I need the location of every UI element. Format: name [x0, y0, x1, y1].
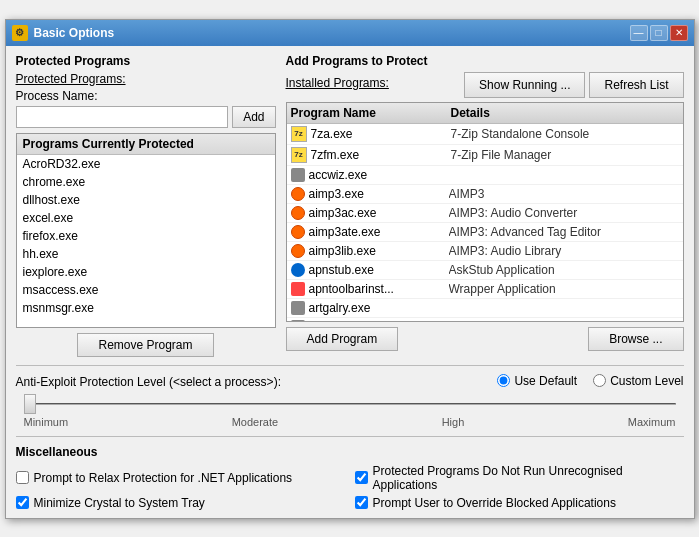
program-icon: [291, 282, 305, 296]
close-button[interactable]: ✕: [670, 25, 688, 41]
list-column-headers: Program Name Details: [287, 103, 683, 124]
program-details: 7-Zip File Manager: [451, 148, 679, 162]
misc-label-4: Prompt User to Override Blocked Applicat…: [373, 496, 616, 510]
list-item[interactable]: iexplore.exe: [17, 263, 275, 281]
misc-checkbox-4[interactable]: [355, 496, 368, 509]
program-name: 7zfm.exe: [311, 148, 451, 162]
slider-thumb[interactable]: [24, 394, 36, 414]
protected-programs-label: Protected Programs:: [16, 72, 276, 86]
remove-btn-row: Remove Program: [16, 333, 276, 357]
use-default-text: Use Default: [514, 374, 577, 388]
list-item[interactable]: AcroRD32.exe: [17, 155, 275, 173]
misc-checkbox-1[interactable]: [16, 471, 29, 484]
table-row[interactable]: 7z 7za.exe 7-Zip Standalone Console: [287, 124, 683, 145]
protection-section: Anti-Exploit Protection Level (<select a…: [16, 374, 684, 428]
program-name: acuhost.exe: [309, 320, 449, 321]
process-name-input[interactable]: [16, 106, 229, 128]
misc-item-1[interactable]: Prompt to Relax Protection for .NET Appl…: [16, 464, 345, 492]
col-program-name: Program Name: [291, 106, 451, 120]
right-top-buttons: Show Running ... Refresh List: [464, 72, 683, 98]
add-program-button[interactable]: Add Program: [286, 327, 399, 351]
misc-item-2[interactable]: Protected Programs Do Not Run Unrecognis…: [355, 464, 684, 492]
remove-program-button[interactable]: Remove Program: [77, 333, 213, 357]
main-layout: Protected Programs Protected Programs: P…: [16, 54, 684, 357]
table-row[interactable]: aimp3.exe AIMP3: [287, 185, 683, 204]
misc-label-2: Protected Programs Do Not Run Unrecognis…: [373, 464, 684, 492]
program-name: apnstub.exe: [309, 263, 449, 277]
divider-2: [16, 436, 684, 437]
left-section-title: Protected Programs: [16, 54, 276, 68]
list-item[interactable]: msnmsgr.exe: [17, 299, 275, 317]
title-bar: ⚙ Basic Options — □ ✕: [6, 20, 694, 46]
program-icon: [291, 263, 305, 277]
list-item[interactable]: firefox.exe: [17, 227, 275, 245]
table-row[interactable]: 7z 7zfm.exe 7-Zip File Manager: [287, 145, 683, 166]
right-column: Add Programs to Protect Installed Progra…: [286, 54, 684, 357]
window-title: Basic Options: [34, 26, 115, 40]
program-name: aimp3ac.exe: [309, 206, 449, 220]
minimize-button[interactable]: —: [630, 25, 648, 41]
table-row[interactable]: apnstub.exe AskStub Application: [287, 261, 683, 280]
installed-programs-list: Program Name Details 7z 7za.exe 7-Zip St…: [286, 102, 684, 322]
slider-label-min: Minimum: [24, 416, 69, 428]
divider-1: [16, 365, 684, 366]
misc-item-3[interactable]: Minimize Crystal to System Tray: [16, 496, 345, 510]
misc-section: Miscellaneous Prompt to Relax Protection…: [16, 445, 684, 510]
list-item[interactable]: hh.exe: [17, 245, 275, 263]
program-details: AIMP3: [449, 187, 679, 201]
program-icon: [291, 225, 305, 239]
use-default-radio[interactable]: [497, 374, 510, 387]
show-running-button[interactable]: Show Running ...: [464, 72, 585, 98]
misc-item-4[interactable]: Prompt User to Override Blocked Applicat…: [355, 496, 684, 510]
program-icon: [291, 187, 305, 201]
misc-checkbox-3[interactable]: [16, 496, 29, 509]
program-details: avastl startup scanner: [449, 320, 679, 321]
browse-button[interactable]: Browse ...: [588, 327, 683, 351]
list-item[interactable]: dllhost.exe: [17, 191, 275, 209]
misc-checkbox-2[interactable]: [355, 471, 368, 484]
protected-programs-list[interactable]: Programs Currently Protected AcroRD32.ex…: [16, 133, 276, 328]
slider-label-max: Maximum: [628, 416, 676, 428]
table-row[interactable]: aimp3lib.exe AIMP3: Audio Library: [287, 242, 683, 261]
program-details: 7-Zip Standalone Console: [451, 127, 679, 141]
program-icon: [291, 301, 305, 315]
table-row[interactable]: accwiz.exe: [287, 166, 683, 185]
program-name: aimp3.exe: [309, 187, 449, 201]
table-row[interactable]: aimp3ac.exe AIMP3: Audio Converter: [287, 204, 683, 223]
process-name-label: Process Name:: [16, 89, 276, 103]
window-icon: ⚙: [12, 25, 28, 41]
add-button[interactable]: Add: [232, 106, 275, 128]
use-default-label[interactable]: Use Default: [497, 374, 577, 388]
program-icon: [291, 206, 305, 220]
misc-grid: Prompt to Relax Protection for .NET Appl…: [16, 464, 684, 510]
custom-level-text: Custom Level: [610, 374, 683, 388]
protection-radio-group: Use Default Custom Level: [497, 374, 683, 388]
list-item[interactable]: excel.exe: [17, 209, 275, 227]
title-bar-left: ⚙ Basic Options: [12, 25, 115, 41]
table-row[interactable]: aimp3ate.exe AIMP3: Advanced Tag Editor: [287, 223, 683, 242]
protection-title: Anti-Exploit Protection Level (<select a…: [16, 375, 281, 389]
process-input-row: Add: [16, 106, 276, 128]
program-name: aimp3ate.exe: [309, 225, 449, 239]
list-item[interactable]: chrome.exe: [17, 173, 275, 191]
program-name: accwiz.exe: [309, 168, 449, 182]
program-icon: [291, 320, 305, 321]
maximize-button[interactable]: □: [650, 25, 668, 41]
right-list-body[interactable]: 7z 7za.exe 7-Zip Standalone Console 7z 7…: [287, 124, 683, 321]
list-item[interactable]: msaccess.exe: [17, 281, 275, 299]
custom-level-label[interactable]: Custom Level: [593, 374, 683, 388]
slider-label-mod: Moderate: [232, 416, 278, 428]
custom-level-radio[interactable]: [593, 374, 606, 387]
program-details: Wrapper Application: [449, 282, 679, 296]
table-row[interactable]: artgalry.exe: [287, 299, 683, 318]
slider-section: Minimum Moderate High Maximum: [16, 394, 684, 428]
program-name: apntoolbarinst...: [309, 282, 449, 296]
table-row[interactable]: acuhost.exe avastl startup scanner: [287, 318, 683, 321]
slider-labels: Minimum Moderate High Maximum: [24, 416, 676, 428]
right-section-title: Add Programs to Protect: [286, 54, 684, 68]
table-row[interactable]: apntoolbarinst... Wrapper Application: [287, 280, 683, 299]
installed-programs-label: Installed Programs:: [286, 76, 389, 90]
left-column: Protected Programs Protected Programs: P…: [16, 54, 276, 357]
refresh-list-button[interactable]: Refresh List: [589, 72, 683, 98]
slider-container: [24, 394, 676, 414]
